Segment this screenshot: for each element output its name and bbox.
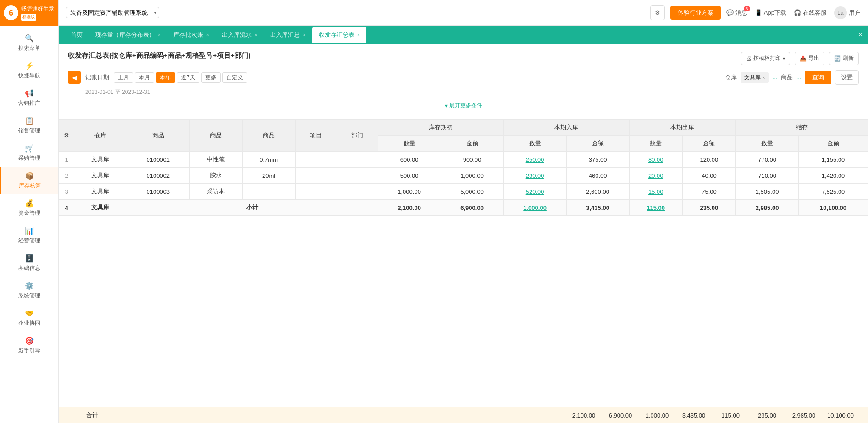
page-title: 收发存汇总表(按仓库+商品编码+商品+规格型号+项目+部门)	[68, 51, 251, 60]
sub-in-qty[interactable]: 1,000.00	[503, 200, 566, 216]
date-btn-custom[interactable]: 自定义	[222, 72, 247, 83]
sidebar-item-inventory[interactable]: 📦 库存核算	[0, 167, 58, 194]
enterprise-icon: 🤝	[25, 309, 34, 318]
out-qty-link[interactable]: 20.00	[648, 172, 663, 179]
row-close-amt: 1,420.00	[799, 168, 868, 184]
tab-inventory-dist[interactable]: 现存量（库存分布表） ×	[89, 27, 167, 43]
sidebar: 6 畅捷通好生意 标准版 🔍 搜索菜单 ⚡ 快捷导航 📢 营销推广 📋 销售管理…	[0, 0, 59, 423]
tab-inventory-dist-close[interactable]: ×	[158, 32, 160, 38]
th-goods-name: 商品	[189, 120, 242, 152]
row-in-qty[interactable]: 250.00	[503, 152, 566, 168]
tab-in-out-flow[interactable]: 出入库流水 ×	[216, 27, 264, 43]
warehouse-filter-label: 仓库	[725, 73, 737, 82]
warehouse-tag-close[interactable]: ×	[763, 75, 765, 80]
logo-text: 畅捷通好生意 标准版	[21, 5, 54, 21]
tab-home[interactable]: 首页	[64, 27, 89, 43]
sub-label: 小计	[127, 200, 378, 216]
row-close-qty: 710.00	[736, 168, 799, 184]
query-btn[interactable]: 查询	[805, 71, 831, 84]
tab-recv-send-summary-label: 收发存汇总表	[319, 31, 354, 39]
sidebar-item-system[interactable]: ⚙️ 系统管理	[0, 277, 58, 304]
th-close-qty: 数量	[736, 136, 799, 152]
sidebar-item-sales[interactable]: 📋 销售管理	[0, 112, 58, 139]
user-menu-btn[interactable]: Ea 用户	[834, 6, 861, 19]
row-out-qty[interactable]: 15.00	[629, 184, 682, 200]
in-qty-link[interactable]: 250.00	[526, 156, 544, 163]
row-in-amt: 460.00	[566, 168, 629, 184]
row-goods-spec: 20ml	[242, 168, 295, 184]
row-department	[337, 152, 378, 168]
settings-gear-btn[interactable]: ⚙	[650, 5, 665, 20]
row-warehouse: 文具库	[74, 168, 127, 184]
th-open-amt: 金额	[441, 136, 503, 152]
sidebar-item-finance[interactable]: 💰 资金管理	[0, 194, 58, 222]
online-service-btn[interactable]: 🎧 在线客服	[794, 9, 827, 17]
th-opening: 库存期初	[378, 120, 503, 136]
refresh-btn[interactable]: 🔄 刷新	[829, 52, 859, 65]
sub-in-qty-link[interactable]: 1,000.00	[523, 204, 547, 211]
out-qty-link[interactable]: 15.00	[648, 188, 663, 195]
tab-in-out-summary[interactable]: 出入库汇总 ×	[264, 27, 312, 43]
total-in-amt: 3,435.00	[675, 412, 712, 419]
sub-out-qty-link[interactable]: 115.00	[647, 204, 665, 211]
header-right-actions: 💬 消息 6 📱 App下载 🎧 在线客服 Ea 用户	[726, 6, 861, 19]
total-bar: 合计 2,100.00 6,900.00 1,000.00 3,435.00 1…	[59, 407, 868, 423]
warehouse-more-btn[interactable]: ...	[773, 74, 777, 81]
export-icon: 📤	[800, 55, 807, 62]
settings-btn[interactable]: 设置	[835, 70, 859, 85]
sidebar-item-quick-nav[interactable]: ⚡ 快捷导航	[0, 57, 58, 84]
date-btn-more[interactable]: 更多	[201, 72, 221, 83]
date-btn-this-year[interactable]: 本年	[156, 72, 175, 83]
system-select[interactable]: 装备及固定资产辅助管理系统	[66, 7, 159, 18]
tab-recv-send-summary-close[interactable]: ×	[357, 32, 360, 38]
row-in-qty[interactable]: 520.00	[503, 184, 566, 200]
date-btn-7days[interactable]: 近7天	[177, 72, 199, 83]
try-industry-btn[interactable]: 体验行业方案	[670, 6, 721, 20]
sidebar-item-basic-info[interactable]: 🗄️ 基础信息	[0, 249, 58, 277]
tab-batch-account[interactable]: 库存批次账 ×	[167, 27, 215, 43]
th-out-qty: 数量	[629, 136, 682, 152]
sidebar-item-guide[interactable]: 🎯 新手引导	[0, 332, 58, 359]
warehouse-tag: 文具库 ×	[741, 72, 769, 83]
sidebar-item-enterprise[interactable]: 🤝 企业协同	[0, 304, 58, 332]
th-settings[interactable]: ⚙	[59, 120, 74, 152]
print-template-btn[interactable]: 🖨 按模板打印 ▾	[741, 52, 790, 65]
tab-in-out-summary-close[interactable]: ×	[303, 32, 305, 38]
row-in-qty[interactable]: 230.00	[503, 168, 566, 184]
sidebar-item-search[interactable]: 🔍 搜索菜单	[0, 29, 58, 57]
sub-num: 4	[59, 200, 74, 216]
row-project	[295, 168, 337, 184]
app-download-btn[interactable]: 📱 App下载	[755, 9, 786, 17]
tab-recv-send-summary[interactable]: 收发存汇总表 ×	[312, 27, 366, 43]
date-btn-last-month[interactable]: 上月	[114, 72, 133, 83]
sidebar-item-operations[interactable]: 📊 经营管理	[0, 222, 58, 249]
goods-more-btn[interactable]: ...	[796, 74, 801, 81]
row-open-qty: 500.00	[378, 168, 441, 184]
th-in-amt: 金额	[566, 136, 629, 152]
sidebar-item-marketing[interactable]: 📢 营销推广	[0, 84, 58, 112]
th-project: 项目	[295, 120, 337, 152]
row-department	[337, 184, 378, 200]
close-all-tabs-btn[interactable]: ×	[858, 31, 862, 39]
tab-batch-account-close[interactable]: ×	[206, 32, 209, 38]
filter-expand-btn[interactable]: ◀	[68, 71, 81, 84]
tab-in-out-summary-label: 出入库汇总	[270, 31, 300, 39]
in-qty-link[interactable]: 230.00	[526, 172, 544, 179]
row-in-amt: 2,600.00	[566, 184, 629, 200]
export-btn[interactable]: 📤 导出	[795, 52, 824, 65]
mobile-icon: 📱	[755, 9, 762, 16]
message-btn[interactable]: 💬 消息 6	[726, 9, 747, 17]
expand-more-btn[interactable]: ▾ 展开更多条件	[445, 102, 482, 110]
sub-out-qty[interactable]: 115.00	[629, 200, 682, 216]
tab-in-out-flow-close[interactable]: ×	[254, 32, 257, 38]
out-qty-link[interactable]: 80.00	[648, 156, 663, 163]
row-in-amt: 375.00	[566, 152, 629, 168]
logo-area: 6 畅捷通好生意 标准版	[0, 0, 58, 26]
row-goods-code: 0100002	[127, 168, 189, 184]
row-out-qty[interactable]: 20.00	[629, 168, 682, 184]
sidebar-item-purchase[interactable]: 🛒 采购管理	[0, 139, 58, 167]
marketing-icon: 📢	[25, 89, 34, 98]
date-btn-this-month[interactable]: 本月	[135, 72, 154, 83]
in-qty-link[interactable]: 520.00	[526, 188, 544, 195]
row-out-qty[interactable]: 80.00	[629, 152, 682, 168]
